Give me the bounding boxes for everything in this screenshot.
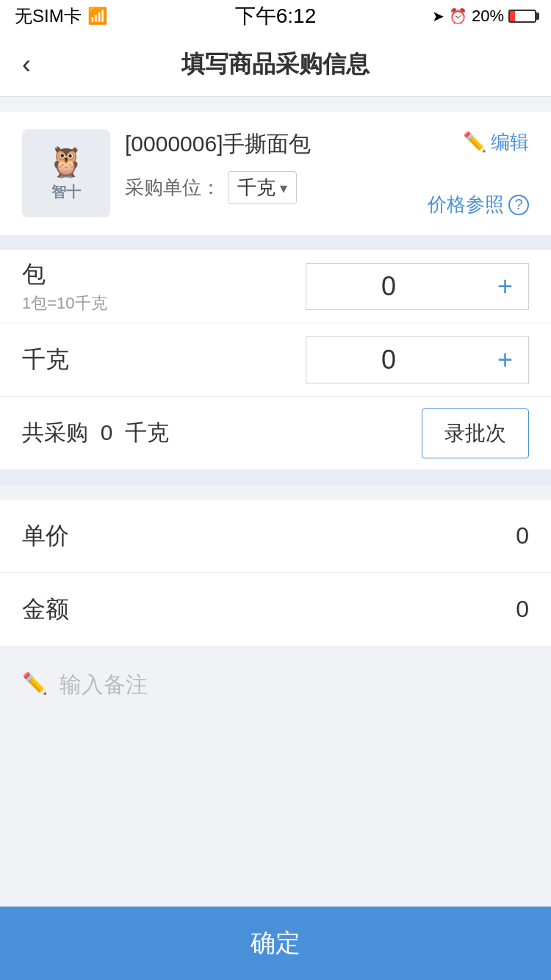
product-image: 🦉 智十 — [22, 129, 110, 217]
unit-selector[interactable]: 千克 ▾ — [228, 171, 297, 204]
price-ref-label: 价格参照 — [428, 192, 504, 217]
amount-value: 0 — [516, 596, 529, 623]
status-right: ➤ ⏰ 20% — [432, 7, 536, 26]
notes-placeholder: 输入备注 — [60, 670, 148, 700]
edit-button[interactable]: ✏️ 编辑 — [463, 129, 529, 155]
unit-price-value: 0 — [516, 522, 529, 550]
back-button[interactable]: ‹ — [22, 49, 31, 80]
bottom-spacer — [0, 722, 551, 913]
wifi-icon: 📶 — [87, 7, 107, 26]
section-divider-1 — [0, 235, 551, 250]
info-section: 单价 0 金额 0 — [0, 500, 551, 646]
location-icon: ➤ — [432, 7, 444, 25]
kg-plus-button[interactable]: + — [482, 336, 529, 383]
kg-input-right: + — [306, 336, 529, 383]
unit-price-label: 单价 — [22, 520, 516, 552]
bag-input-right: + — [306, 263, 529, 310]
section-divider-2 — [0, 470, 551, 485]
nav-bar: ‹ 填写商品采购信息 — [0, 32, 551, 97]
unit-price-row: 单价 0 — [0, 500, 551, 573]
price-ref-button[interactable]: 价格参照 ? — [428, 192, 529, 217]
battery-icon — [508, 10, 536, 23]
summary-text: 共采购 0 千克 — [22, 418, 422, 448]
owl-icon: 🦉 — [48, 145, 84, 179]
brand-text: 智十 — [51, 182, 81, 202]
bag-plus-button[interactable]: + — [482, 263, 529, 310]
summary-amount: 0 — [101, 420, 113, 444]
kg-quantity-input[interactable] — [306, 336, 482, 383]
confirm-button-label: 确定 — [251, 926, 300, 960]
amount-row: 金额 0 — [0, 573, 551, 646]
bag-input-row: 包 1包=10千克 + — [0, 250, 551, 323]
unit-value: 千克 — [237, 175, 276, 201]
amount-label: 金额 — [22, 594, 516, 626]
page-title: 填写商品采购信息 — [181, 48, 370, 81]
battery-percent: 20% — [472, 7, 504, 26]
dropdown-arrow-icon: ▾ — [280, 179, 287, 197]
status-bar: 无SIM卡 📶 下午6:12 ➤ ⏰ 20% — [0, 0, 551, 32]
info-icon: ? — [508, 195, 529, 215]
alarm-icon: ⏰ — [449, 7, 467, 25]
edit-icon: ✏️ — [463, 131, 486, 154]
status-time: 下午6:12 — [235, 2, 317, 30]
kg-input-row: 千克 + — [0, 323, 551, 397]
summary-row: 共采购 0 千克 录批次 — [0, 397, 551, 470]
record-batch-button[interactable]: 录批次 — [422, 408, 529, 458]
kg-label: 千克 — [22, 344, 125, 376]
carrier-text: 无SIM卡 — [15, 4, 82, 28]
pencil-icon: ✏️ — [22, 671, 48, 696]
input-section: 包 1包=10千克 + 千克 + — [0, 250, 551, 397]
unit-label-text: 采购单位： — [125, 175, 220, 201]
status-left: 无SIM卡 📶 — [15, 4, 107, 28]
notes-area[interactable]: ✏️ 输入备注 — [0, 648, 551, 722]
confirm-button[interactable]: 确定 — [0, 907, 551, 980]
bag-label: 包 1包=10千克 — [22, 259, 125, 314]
bag-quantity-input[interactable] — [306, 263, 482, 310]
product-card: 🦉 智十 [0000006]手撕面包 采购单位： 千克 ▾ ✏️ 编辑 价格参照… — [0, 112, 551, 235]
